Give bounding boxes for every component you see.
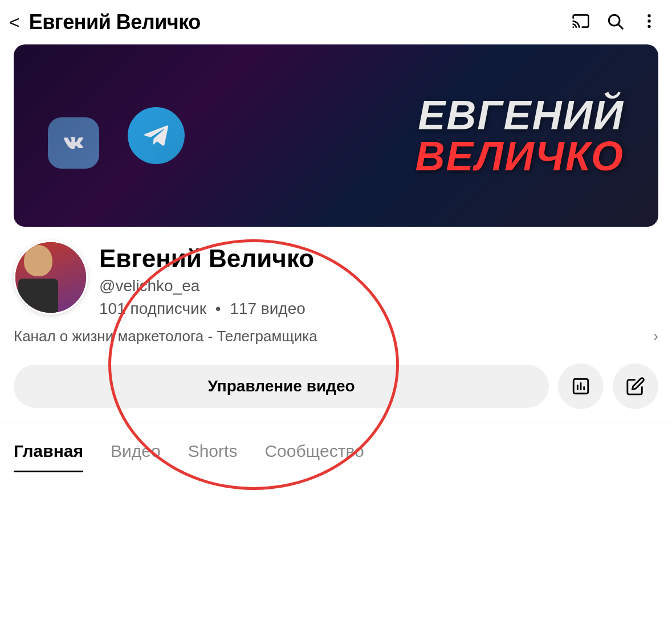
videos-count: 117 видео (230, 300, 306, 317)
description-text: Канал о жизни маркетолога - Телеграмщика (14, 328, 317, 345)
channel-banner: ЕВГЕНИЙ ВЕЛИЧКО (14, 44, 658, 227)
profile-info: Евгений Величко @velichko_ea 101 подписч… (99, 240, 658, 318)
tabs-section: Главная Видео Shorts Сообщество (0, 423, 672, 472)
subscribers-count: 101 подписчик (99, 300, 206, 317)
description-arrow-icon: › (653, 327, 658, 345)
edit-icon (626, 377, 645, 396)
svg-point-5 (647, 25, 650, 28)
tab-shorts[interactable]: Shorts (188, 432, 256, 472)
profile-name: Евгений Величко (99, 245, 658, 272)
avatar (14, 240, 88, 314)
banner-line1: ЕВГЕНИЙ (416, 95, 624, 136)
vk-logo (48, 117, 99, 169)
analytics-button[interactable] (558, 363, 604, 409)
profile-description[interactable]: Канал о жизни маркетолога - Телеграмщика… (0, 327, 672, 357)
header: < Евгений Величко (0, 0, 672, 44)
header-icons (572, 12, 658, 32)
profile-section: Евгений Величко @velichko_ea 101 подписч… (0, 227, 672, 327)
tab-video[interactable]: Видео (111, 432, 179, 472)
header-title: Евгений Величко (29, 10, 572, 34)
profile-handle: @velichko_ea (99, 277, 658, 295)
tabs-row: Главная Видео Shorts Сообщество (0, 432, 672, 472)
more-icon[interactable] (640, 12, 658, 32)
search-icon[interactable] (606, 12, 624, 32)
tab-home[interactable]: Главная (14, 432, 101, 472)
svg-line-2 (618, 24, 622, 28)
svg-point-4 (647, 19, 650, 22)
cast-icon[interactable] (572, 12, 590, 32)
manage-video-button[interactable]: Управление видео (14, 365, 549, 408)
tab-community[interactable]: Сообщество (264, 432, 382, 472)
stats-separator: • (215, 300, 221, 317)
analytics-icon (571, 377, 590, 396)
back-button[interactable]: < (9, 13, 20, 31)
banner-text: ЕВГЕНИЙ ВЕЛИЧКО (416, 95, 624, 177)
edit-button[interactable] (613, 363, 658, 409)
telegram-logo (128, 107, 185, 164)
svg-point-3 (647, 14, 650, 17)
profile-stats: 101 подписчик • 117 видео (99, 300, 658, 318)
banner-line2: ВЕЛИЧКО (416, 136, 624, 177)
action-buttons: Управление видео (0, 357, 672, 423)
